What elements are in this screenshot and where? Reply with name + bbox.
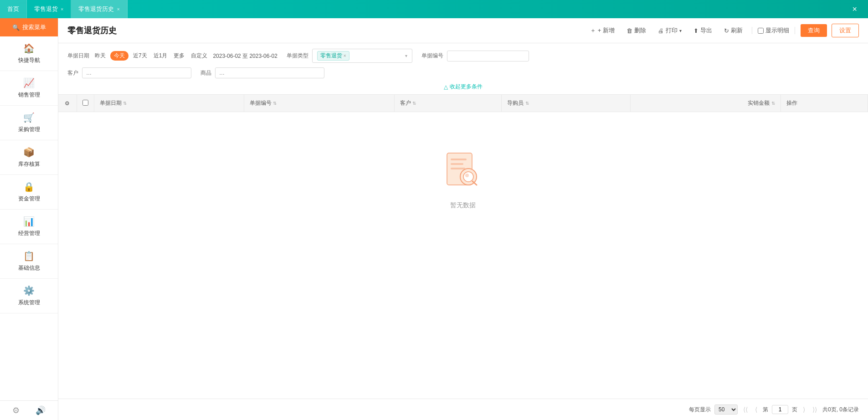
th-checkbox[interactable] xyxy=(77,95,94,112)
page-size-select[interactable]: 10 20 50 100 xyxy=(714,405,738,415)
date-filter-label: 单据日期 xyxy=(67,52,89,60)
th-date[interactable]: 单据日期 ⇅ xyxy=(94,95,244,112)
th-number-sort-icon: ⇅ xyxy=(273,101,277,106)
table-container: ⚙ 单据日期 ⇅ 单据编号 ⇅ xyxy=(58,95,868,399)
sidebar-items: 🏠 快捷导航 📈 销售管理 🛒 采购管理 📦 库存核算 🔒 资金管理 📊 xyxy=(0,36,58,400)
volume-icon[interactable]: 🔊 xyxy=(36,405,46,415)
tab-retail-return-history[interactable]: 零售退货历史 × xyxy=(71,0,127,18)
query-button[interactable]: 查询 xyxy=(801,24,827,37)
sidebar-item-purchase-mgmt[interactable]: 🛒 采购管理 xyxy=(0,106,58,140)
sidebar-item-system-mgmt[interactable]: ⚙️ 系统管理 xyxy=(0,279,58,313)
show-detail-checkbox-label[interactable]: 显示明细 xyxy=(758,26,789,35)
delete-button[interactable]: 🗑 删除 xyxy=(623,25,650,36)
empty-state-text: 暂无数据 xyxy=(450,201,476,210)
type-filter-label: 单据类型 xyxy=(287,52,308,60)
tab-retail-return-close[interactable]: × xyxy=(61,6,63,12)
type-filter-select[interactable]: 零售退货 × ▾ xyxy=(312,49,412,63)
content-area: 零售退货历史 ＋ + 新增 🗑 删除 🖨 打印 ▾ ⬆ 导出 xyxy=(58,18,868,420)
collapse-button[interactable]: △ 收起更多条件 xyxy=(444,83,483,91)
export-icon: ⬆ xyxy=(693,27,699,34)
settings-icon[interactable]: ⚙ xyxy=(12,405,20,415)
sidebar-search[interactable]: 🔍 搜索菜单 xyxy=(0,18,58,36)
number-filter-input[interactable] xyxy=(447,51,529,61)
type-tag-label: 零售退货 xyxy=(320,52,342,60)
date-opt-today[interactable]: 今天 xyxy=(110,51,128,61)
sidebar-item-quick-nav-label: 快捷导航 xyxy=(18,56,40,64)
svg-point-7 xyxy=(465,174,469,177)
divider xyxy=(752,27,752,34)
svg-rect-3 xyxy=(451,168,465,169)
tab-retail-return-history-label: 零售退货历史 xyxy=(78,5,114,13)
collapse-label: 收起更多条件 xyxy=(450,83,483,91)
customer-filter-input[interactable] xyxy=(82,67,191,78)
sidebar-item-inventory[interactable]: 📦 库存核算 xyxy=(0,140,58,175)
show-detail-checkbox[interactable] xyxy=(758,28,764,34)
th-customer-sort-icon: ⇅ xyxy=(412,101,416,106)
sidebar-item-basic-info[interactable]: 📋 基础信息 xyxy=(0,244,58,279)
filter-area: 单据日期 昨天 今天 近7天 近1月 更多 自定义 2023-06-02 至 2… xyxy=(58,43,868,95)
sidebar: 🔍 搜索菜单 🏠 快捷导航 📈 销售管理 🛒 采购管理 📦 库存核算 🔒 xyxy=(0,18,58,420)
product-filter-label: 商品 xyxy=(200,69,211,77)
date-opt-more[interactable]: 更多 xyxy=(172,51,186,61)
select-all-checkbox[interactable] xyxy=(82,100,88,106)
th-action: 操作 xyxy=(781,95,868,112)
th-guide-label: 导购员 xyxy=(507,100,524,106)
th-amount[interactable]: 实销金额 ⇅ xyxy=(630,95,781,112)
tab-retail-return[interactable]: 零售退货 × xyxy=(27,0,71,18)
tab-home[interactable]: 首页 xyxy=(0,0,27,18)
sidebar-item-finance[interactable]: 🔒 资金管理 xyxy=(0,175,58,210)
basic-info-icon: 📋 xyxy=(23,251,35,261)
page-go-label: 第 xyxy=(763,406,768,414)
tab-retail-return-history-close[interactable]: × xyxy=(117,6,119,12)
sidebar-item-operation-label: 经营管理 xyxy=(18,230,40,237)
search-icon: 🔍 xyxy=(12,24,20,31)
sidebar-item-finance-label: 资金管理 xyxy=(18,195,40,203)
sidebar-item-sales-mgmt[interactable]: 📈 销售管理 xyxy=(0,71,58,106)
page-next-button[interactable]: ⟩ xyxy=(801,405,807,414)
refresh-button[interactable]: ↻ 刷新 xyxy=(720,25,746,36)
export-button[interactable]: ⬆ 导出 xyxy=(690,25,716,36)
page-prev-button[interactable]: ⟨ xyxy=(753,405,759,414)
date-opt-1month[interactable]: 近1月 xyxy=(152,51,169,61)
date-opt-yesterday[interactable]: 昨天 xyxy=(93,51,108,61)
page-number-input[interactable] xyxy=(772,405,788,414)
date-opt-custom[interactable]: 自定义 xyxy=(189,51,209,61)
product-filter-input[interactable] xyxy=(215,67,324,78)
svg-rect-2 xyxy=(451,163,463,165)
page-last-button[interactable]: ⟩⟩ xyxy=(811,405,819,414)
print-icon: 🖨 xyxy=(658,27,664,34)
print-button[interactable]: 🖨 打印 ▾ xyxy=(654,25,685,36)
pagination-bar: 每页显示 10 20 50 100 ⟨⟨ ⟨ 第 页 ⟩ ⟩⟩ 共0页, 0条记… xyxy=(58,399,868,420)
operation-icon: 📊 xyxy=(23,216,35,227)
customer-filter-group: 客户 xyxy=(67,67,191,78)
svg-rect-1 xyxy=(451,159,467,160)
page-first-button[interactable]: ⟨⟨ xyxy=(741,405,750,414)
th-amount-label: 实销金额 xyxy=(748,100,770,106)
collapse-icon: △ xyxy=(444,84,448,90)
total-records-text: 共0页, 0条记录 xyxy=(822,406,859,414)
sidebar-item-basic-info-label: 基础信息 xyxy=(18,264,40,272)
sidebar-item-quick-nav[interactable]: 🏠 快捷导航 xyxy=(0,36,58,71)
th-settings[interactable]: ⚙ xyxy=(58,95,77,112)
add-button[interactable]: ＋ + 新增 xyxy=(586,25,618,36)
sidebar-item-operation[interactable]: 📊 经营管理 xyxy=(0,210,58,244)
page-header: 零售退货历史 ＋ + 新增 🗑 删除 🖨 打印 ▾ ⬆ 导出 xyxy=(58,18,868,43)
type-filter-group: 单据类型 零售退货 × ▾ xyxy=(287,49,412,63)
refresh-icon: ↻ xyxy=(724,27,729,34)
number-filter-group: 单据编号 xyxy=(421,51,529,61)
print-chevron-icon: ▾ xyxy=(679,28,682,33)
date-opt-7days[interactable]: 近7天 xyxy=(131,51,149,61)
date-options: 昨天 今天 近7天 近1月 更多 自定义 xyxy=(93,51,209,61)
type-tag-close[interactable]: × xyxy=(344,53,346,58)
number-filter-label: 单据编号 xyxy=(421,52,443,60)
th-number-label: 单据编号 xyxy=(250,100,272,106)
window-close-button[interactable]: × xyxy=(848,5,861,14)
table-settings-icon[interactable]: ⚙ xyxy=(65,100,70,107)
page-title: 零售退货历史 xyxy=(67,25,117,36)
th-customer[interactable]: 客户 ⇅ xyxy=(394,95,502,112)
add-icon: ＋ xyxy=(590,26,596,35)
th-number[interactable]: 单据编号 ⇅ xyxy=(244,95,395,112)
th-guide[interactable]: 导购员 ⇅ xyxy=(502,95,631,112)
sidebar-item-system-mgmt-label: 系统管理 xyxy=(18,299,40,307)
settings-button[interactable]: 设置 xyxy=(832,24,859,37)
